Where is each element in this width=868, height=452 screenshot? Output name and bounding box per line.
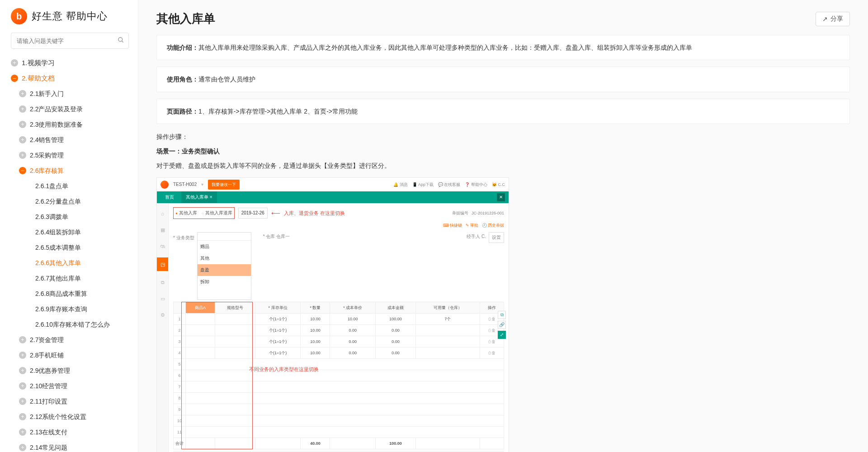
rail-gear-icon: ⚙ — [160, 310, 165, 320]
nav-2-12[interactable]: +2.12系统个性化设置 — [11, 409, 129, 424]
biz-type-dropdown: 赠品 其他 盘盈 拆卸 — [197, 232, 251, 300]
nav-2-6-5[interactable]: 2.6.5成本调整单 — [11, 240, 129, 255]
nav-2-6-8[interactable]: 2.6.8商品成本重算 — [11, 286, 129, 301]
doc-no: 单据编号 JC-20191226-001 — [452, 209, 504, 217]
panel-role: 使用角色：通常由仓管人员维护 — [156, 67, 850, 92]
top-msg: 🔔 消息 — [393, 181, 408, 189]
rail-bag-icon: 🛍 — [160, 241, 165, 251]
share-button[interactable]: ↗ 分享 — [816, 12, 850, 26]
close-icon: ✕ — [497, 193, 505, 201]
top-cs: 💬 在线客服 — [438, 181, 461, 189]
rail-chart-icon: ⧉ — [161, 277, 165, 287]
nav-2-13[interactable]: +2.13在线支付 — [11, 424, 129, 440]
nav-2-6-7[interactable]: 2.6.7其他出库单 — [11, 271, 129, 286]
panel-function: 功能介绍：其他入库单用来处理除采购入库、产成品入库之外的其他入库业务，因此其他入… — [156, 35, 850, 60]
doc-type-radio: 其他入库 其他入库退库 — [173, 207, 235, 219]
nav-2-14[interactable]: +2.14常见问题 — [11, 440, 129, 452]
rail-home-icon: ⌂ — [161, 209, 164, 219]
ops-label: 操作步骤： — [156, 130, 850, 143]
date-input: 2019-12-26 — [238, 208, 268, 219]
search-box — [11, 33, 129, 49]
rail-current-icon: ◳ — [157, 257, 168, 271]
scene1-p: 对于受赠、盘盈或是拆装入库等不同的业务，是通过单据头【业务类型】进行区分。 — [156, 159, 850, 172]
svg-point-0 — [118, 38, 123, 42]
page-title: 其他入库单 — [156, 11, 215, 27]
nav-2-1[interactable]: +2.1新手入门 — [11, 86, 129, 101]
env-label: TEST-H002 — [173, 180, 197, 189]
promo-pill: 我要做收一下 — [208, 180, 240, 190]
side-link-icon: 🔗 — [498, 321, 506, 329]
link-shortcut: ⌨ 快捷键 — [443, 221, 462, 229]
rail-box-icon: ▦ — [160, 225, 165, 235]
nav-2-6-9[interactable]: 2.6.9库存账本查询 — [11, 301, 129, 317]
embedded-screenshot: TEST-H002 ▾ 我要做收一下 🔔 消息 📱 App下载 💬 在线客服 ❓… — [156, 177, 509, 452]
nav-2-3[interactable]: +2.3使用前数据准备 — [11, 117, 129, 132]
grid: 商品A规格型号* 库存单位* 数量* 成本单价成本金额可用量（仓库）操作 1个(… — [173, 302, 504, 449]
link-approve: ✎ 审批 — [466, 221, 478, 229]
scene1-h: 场景一：业务类型确认 — [156, 145, 850, 157]
nav-2-6-1[interactable]: 2.6.1盘点单 — [11, 178, 129, 194]
sidebar: b 好生意 帮助中心 +1.视频学习 –2.帮助文档 +2.1新手入门 +2.2… — [0, 0, 138, 452]
nav-tree: +1.视频学习 –2.帮助文档 +2.1新手入门 +2.2产品安装及登录 +2.… — [11, 55, 129, 452]
biz-type-label: * 业务类型 — [173, 232, 194, 243]
panel-path: 页面路径：1、库存核算->库存管理->其他入库单 2、首页->常用功能 — [156, 99, 850, 124]
nav-2-9[interactable]: +2.9优惠券管理 — [11, 363, 129, 378]
nav-2-8[interactable]: +2.8手机旺铺 — [11, 347, 129, 363]
nav-2-7[interactable]: +2.7资金管理 — [11, 332, 129, 347]
content: 其他入库单 ↗ 分享 功能介绍：其他入库单用来处理除采购入库、产成品入库之外的其… — [138, 0, 868, 452]
btn-settings: 设置 — [489, 232, 504, 243]
article-body: 操作步骤： 场景一：业务类型确认 对于受赠、盘盈或是拆装入库等不同的业务，是通过… — [156, 130, 850, 452]
nav-2-6-6[interactable]: 2.6.6其他入库单 — [11, 255, 129, 271]
tab-doc: 其他入库单 × — [181, 191, 217, 203]
brand-row: b 好生意 帮助中心 — [11, 8, 129, 24]
nav-2-5[interactable]: +2.5采购管理 — [11, 147, 129, 163]
side-copy-icon: ⧉ — [498, 311, 506, 319]
tab-home: 首页 — [160, 191, 179, 203]
nav-help-docs[interactable]: –2.帮助文档 — [11, 71, 129, 86]
top-help: ❓ 帮助中心 — [465, 181, 487, 189]
nav-2-2[interactable]: +2.2产品安装及登录 — [11, 101, 129, 117]
rail: ⌂ ▦ 🛍 ◳ ⧉ ▭ ⚙ — [157, 203, 169, 452]
mini-logo-icon — [160, 181, 169, 189]
rail-card-icon: ▭ — [160, 294, 165, 304]
nav-video[interactable]: +1.视频学习 — [11, 55, 129, 71]
search-icon[interactable] — [118, 37, 124, 45]
nav-2-10[interactable]: +2.10经营管理 — [11, 378, 129, 394]
top-app: 📱 App下载 — [412, 181, 434, 189]
link-history: 🕘 历史单据 — [482, 221, 504, 229]
brand-title: 好生意 帮助中心 — [32, 10, 108, 23]
nav-2-11[interactable]: +2.11打印设置 — [11, 394, 129, 409]
nav-2-6-10[interactable]: 2.6.10库存账本错了怎么办 — [11, 317, 129, 332]
nav-2-6-3[interactable]: 2.6.3调拨单 — [11, 209, 129, 224]
grid-side-icons: ⧉ 🔗 ⤢ — [498, 311, 506, 339]
nav-2-6-2[interactable]: 2.6.2分量盘点单 — [11, 194, 129, 209]
arrow-icon: ⟵ — [271, 207, 280, 219]
side-expand-icon: ⤢ — [498, 331, 506, 339]
top-avatar: 🐱 C.C — [492, 181, 505, 189]
brand-logo: b — [11, 8, 27, 24]
annotation-2: 不同业务的入库类型在这里切换 — [249, 364, 319, 374]
search-input[interactable] — [11, 33, 129, 49]
nav-2-6-4[interactable]: 2.6.4组装拆卸单 — [11, 224, 129, 240]
nav-2-4[interactable]: +2.4销售管理 — [11, 132, 129, 147]
annotation-1: 入库、退货业务 在这里切换 — [284, 208, 345, 218]
svg-line-1 — [122, 41, 123, 42]
share-icon: ↗ — [822, 15, 828, 23]
nav-2-6[interactable]: –2.6库存核算 — [11, 163, 129, 178]
